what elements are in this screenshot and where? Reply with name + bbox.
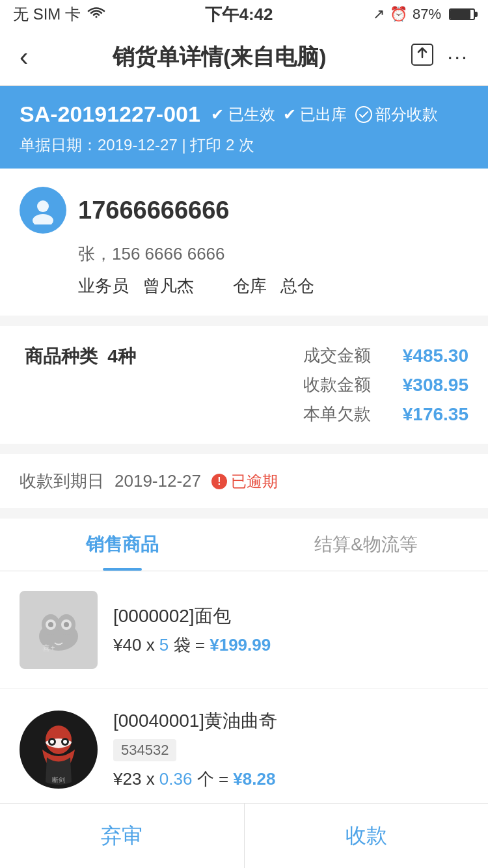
customer-section: 17666666666 张，156 6666 6666 业务员 曾凡杰 仓库 总… bbox=[0, 169, 488, 316]
battery-icon bbox=[449, 8, 475, 20]
product-name-2: [00040001]黄油曲奇 bbox=[113, 709, 468, 733]
avatar bbox=[20, 187, 66, 234]
tabs: 销售商品 结算&物流等 bbox=[0, 519, 488, 571]
product-name-1: [0000002]面包 bbox=[113, 604, 468, 629]
status-time: 下午4:42 bbox=[205, 3, 273, 26]
due-label: 收款到期日 bbox=[20, 470, 104, 493]
location-icon: ↗ bbox=[373, 6, 385, 23]
bottom-bar: 弃审 收款 bbox=[0, 803, 488, 868]
product-price-2: ¥23 x 0.36 个 = ¥8.28 bbox=[113, 768, 468, 791]
nav-bar: ‹ 销货单详情(来自电脑) ··· bbox=[0, 29, 488, 86]
product-info-2: [00040001]黄油曲奇 534532 ¥23 x 0.36 个 = ¥8.… bbox=[113, 709, 468, 791]
product-thumb-1: 喜+ bbox=[20, 591, 98, 669]
overdue-text: 已逾期 bbox=[231, 471, 278, 492]
order-header: SA-20191227-001 ✔ 已生效 ✔ 已出库 部分收款 单据日期：20… bbox=[0, 86, 488, 169]
status-bar: 无 SIM 卡 下午4:42 ↗ ⏰ 87% bbox=[0, 0, 488, 29]
more-icon[interactable]: ··· bbox=[447, 45, 468, 69]
overdue-badge: ! 已逾期 bbox=[211, 471, 278, 492]
battery-percent: 87% bbox=[413, 6, 441, 23]
svg-point-2 bbox=[37, 200, 49, 212]
staff-label: 业务员 曾凡杰 bbox=[78, 275, 194, 297]
status-carrier: 无 SIM 卡 bbox=[13, 4, 105, 25]
wifi-icon bbox=[87, 5, 105, 23]
stat-received: 收款金额 ¥308.95 bbox=[303, 373, 468, 396]
page-title: 销货单详情(来自电脑) bbox=[113, 42, 327, 72]
stat-debt: 本单欠款 ¥176.35 bbox=[303, 403, 468, 426]
svg-point-9 bbox=[48, 622, 53, 627]
warehouse-label: 仓库 总仓 bbox=[233, 275, 315, 297]
order-meta: 单据日期：2019-12-27 | 打印 2 次 bbox=[20, 135, 468, 156]
stat-deal: 成交金额 ¥485.30 bbox=[303, 344, 468, 367]
customer-name: 17666666666 bbox=[78, 197, 229, 224]
divider-1 bbox=[0, 316, 488, 326]
status-right: ↗ ⏰ 87% bbox=[373, 6, 475, 23]
product-item-2: 断剑 [00040001]黄油曲奇 534532 ¥23 x 0.36 个 = … bbox=[0, 689, 488, 811]
product-list: 喜+ [0000002]面包 ¥40 x 5 袋 = ¥199.99 bbox=[0, 571, 488, 811]
product-item-1: 喜+ [0000002]面包 ¥40 x 5 袋 = ¥199.99 bbox=[0, 571, 488, 689]
cancel-button[interactable]: 弃审 bbox=[0, 804, 245, 868]
divider-2 bbox=[0, 444, 488, 454]
alarm-icon: ⏰ bbox=[390, 6, 407, 23]
product-badge-2: 534532 bbox=[113, 739, 176, 761]
confirm-button[interactable]: 收款 bbox=[245, 804, 489, 868]
status-tag-partial: 部分收款 bbox=[355, 104, 438, 125]
customer-sub: 张，156 6666 6666 bbox=[20, 243, 468, 265]
svg-point-10 bbox=[64, 622, 69, 627]
staff-value: 曾凡杰 bbox=[143, 276, 194, 295]
back-button[interactable]: ‹ bbox=[20, 42, 28, 72]
svg-point-17 bbox=[63, 740, 67, 744]
stats-right: 成交金额 ¥485.30 收款金额 ¥308.95 本单欠款 ¥176.35 bbox=[303, 344, 468, 426]
order-id: SA-20191227-001 bbox=[20, 102, 200, 127]
tab-settlement[interactable]: 结算&物流等 bbox=[244, 519, 488, 571]
product-info-1: [0000002]面包 ¥40 x 5 袋 = ¥199.99 bbox=[113, 604, 468, 657]
nav-actions: ··· bbox=[411, 43, 468, 71]
status-tag-effective: ✔ 已生效 bbox=[211, 104, 275, 125]
warehouse-value: 总仓 bbox=[280, 276, 314, 295]
product-price-1: ¥40 x 5 袋 = ¥199.99 bbox=[113, 634, 468, 657]
svg-point-16 bbox=[50, 740, 54, 744]
share-icon[interactable] bbox=[411, 43, 434, 71]
tab-products[interactable]: 销售商品 bbox=[0, 519, 244, 571]
customer-staff: 业务员 曾凡杰 仓库 总仓 bbox=[20, 275, 468, 297]
divider-3 bbox=[0, 508, 488, 519]
product-thumb-2: 断剑 bbox=[20, 711, 98, 789]
svg-point-3 bbox=[33, 214, 53, 224]
due-date: 2019-12-27 bbox=[115, 471, 201, 491]
status-tag-shipped: ✔ 已出库 bbox=[283, 104, 347, 125]
overdue-icon: ! bbox=[211, 474, 227, 489]
stats-left: 商品种类 4种 bbox=[20, 344, 136, 369]
stats-section: 商品种类 4种 成交金额 ¥485.30 收款金额 ¥308.95 本单欠款 ¥… bbox=[0, 326, 488, 444]
svg-text:断剑: 断剑 bbox=[52, 776, 65, 783]
svg-text:喜+: 喜+ bbox=[42, 644, 55, 653]
carrier-text: 无 SIM 卡 bbox=[13, 4, 81, 25]
svg-point-1 bbox=[356, 107, 372, 122]
due-section: 收款到期日 2019-12-27 ! 已逾期 bbox=[0, 454, 488, 508]
